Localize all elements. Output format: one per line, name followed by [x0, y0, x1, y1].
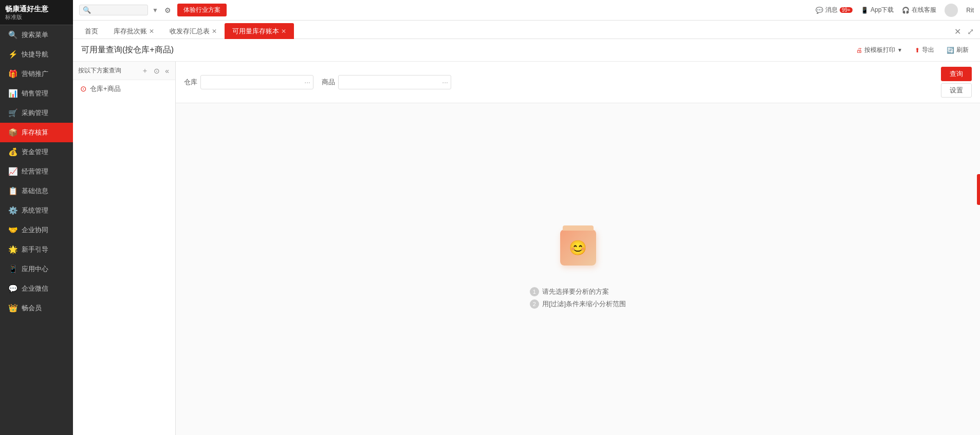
filter-panel-title: 按以下方案查询 — [78, 66, 137, 75]
sidebar-item-enterprise[interactable]: 🤝 企业协同 — [0, 220, 73, 240]
app-icon: 📱 — [861, 7, 868, 14]
sidebar-item-shortcut[interactable]: ⚡ 快捷导航 — [0, 45, 73, 64]
messages-item[interactable]: 💬 消息 99+ — [816, 6, 853, 14]
query-actions: 查询 设置 — [941, 67, 972, 98]
query-fields: 仓库 ··· 商品 ··· 查询 设置 — [176, 62, 980, 103]
sidebar-item-label: 搜索菜单 — [22, 30, 48, 40]
right-scroll-handle[interactable] — [977, 174, 980, 205]
sidebar-item-apps[interactable]: 📱 应用中心 — [0, 259, 73, 279]
tab-batch[interactable]: 库存批次账 ✕ — [106, 23, 162, 39]
sidebar-nav: 🔍 搜索菜单 ⚡ 快捷导航 🎁 营销推广 📊 销售管理 🛒 采购管理 📦 库存核… — [0, 25, 73, 435]
newbie-icon: 🌟 — [8, 245, 17, 254]
marketing-icon: 🎁 — [8, 69, 17, 79]
topbar-search-input[interactable] — [93, 7, 144, 14]
sidebar-item-label: 系统管理 — [22, 206, 48, 215]
sidebar-item-member[interactable]: 👑 畅会员 — [0, 298, 73, 318]
sidebar-item-label: 基础信息 — [22, 186, 48, 196]
print-label: 按模板打印 — [864, 46, 895, 54]
close-all-tabs-button[interactable]: ✕ — [950, 25, 965, 39]
settings-scheme-button[interactable]: ⊙ — [153, 66, 161, 76]
warehouse-goods-icon: ⊙ — [80, 84, 87, 93]
sidebar-item-inventory[interactable]: 📦 库存核算 — [0, 123, 73, 142]
chevron-down-icon: ▼ — [897, 47, 902, 53]
sidebar-item-label: 库存核算 — [22, 128, 48, 137]
tab-summary-close[interactable]: ✕ — [212, 28, 217, 34]
sidebar-item-sales[interactable]: 📊 销售管理 — [0, 84, 73, 103]
refresh-button[interactable]: 🔄 刷新 — [944, 44, 972, 56]
app-name: 畅康通好生意 — [5, 4, 68, 13]
filter-item-warehouse-goods[interactable]: ⊙ 仓库+商品 — [73, 80, 175, 98]
shortcut-icon: ⚡ — [8, 50, 17, 59]
settings-icon[interactable]: ⚙ — [162, 4, 173, 16]
goods-input-wrap: ··· — [338, 75, 451, 89]
sidebar-item-system[interactable]: ⚙️ 系统管理 — [0, 201, 73, 220]
query-button[interactable]: 查询 — [941, 67, 972, 81]
warehouse-field-group: 仓库 ··· — [184, 75, 313, 89]
headset-icon: 🎧 — [902, 7, 910, 14]
print-button[interactable]: 🖨 按模板打印 ▼ — [853, 44, 905, 56]
sidebar-item-marketing[interactable]: 🎁 营销推广 — [0, 64, 73, 84]
app-download-item[interactable]: 📱 App下载 — [861, 6, 894, 14]
settings-button[interactable]: 设置 — [941, 83, 972, 98]
sidebar-item-label: 采购管理 — [22, 108, 48, 118]
empty-state: 😊 1 请先选择要分析的方案 2 用[过滤]条件来缩小分析范围 — [176, 103, 980, 435]
wechat-icon: 💬 — [8, 284, 17, 293]
close-icon: ✕ — [954, 27, 961, 36]
sidebar-item-finance[interactable]: 💰 资金管理 — [0, 142, 73, 162]
page-title: 可用量查询(按仓库+商品) — [81, 45, 853, 55]
online-service-item[interactable]: 🎧 在线客服 — [902, 6, 936, 14]
empty-face-icon: 😊 — [569, 239, 587, 256]
sidebar-item-label: 经营管理 — [22, 167, 48, 176]
page-actions: 🖨 按模板打印 ▼ ⬆ 导出 🔄 刷新 — [853, 44, 972, 56]
export-label: 导出 — [922, 46, 934, 54]
topbar: 🔍 ▼ ⚙ 体验行业方案 💬 消息 99+ 📱 App下载 🎧 在线客服 Rit — [73, 0, 980, 21]
warehouse-input-wrap: ··· — [200, 75, 313, 89]
topbar-search-wrap[interactable]: 🔍 — [79, 5, 148, 15]
messages-label: 消息 — [825, 6, 838, 14]
page-header: 可用量查询(按仓库+商品) 🖨 按模板打印 ▼ ⬆ 导出 🔄 刷新 — [73, 39, 980, 62]
sidebar-item-label: 企业协同 — [22, 225, 48, 235]
query-area: 仓库 ··· 商品 ··· 查询 设置 — [176, 62, 980, 435]
resize-button[interactable]: ⤢ — [965, 25, 976, 39]
service-label: 在线客服 — [912, 6, 936, 14]
tab-available-close[interactable]: ✕ — [281, 28, 286, 34]
empty-box-graphic: 😊 — [560, 230, 596, 266]
sidebar-item-purchase[interactable]: 🛒 采购管理 — [0, 103, 73, 123]
tab-summary[interactable]: 收发存汇总表 ✕ — [162, 23, 225, 39]
search-icon: 🔍 — [8, 30, 17, 40]
sidebar-item-basic[interactable]: 📋 基础信息 — [0, 181, 73, 201]
tab-home-label: 首页 — [85, 27, 98, 36]
goods-input[interactable] — [338, 75, 451, 89]
search-icon: 🔍 — [83, 6, 91, 14]
empty-tips: 1 请先选择要分析的方案 2 用[过滤]条件来缩小分析范围 — [530, 287, 626, 309]
export-icon: ⬆ — [915, 47, 920, 54]
warehouse-dots-button[interactable]: ··· — [304, 78, 310, 86]
member-icon: 👑 — [8, 304, 17, 313]
collapse-panel-button[interactable]: « — [164, 66, 170, 76]
goods-dots-button[interactable]: ··· — [442, 78, 448, 86]
tab-available[interactable]: 可用量库存账本 ✕ — [225, 23, 294, 39]
tip-number-1: 1 — [530, 287, 539, 296]
add-scheme-button[interactable]: ＋ — [140, 65, 150, 77]
sidebar-item-wechat[interactable]: 💬 企业微信 — [0, 279, 73, 298]
tab-batch-close[interactable]: ✕ — [149, 28, 154, 34]
sidebar-item-operations[interactable]: 📈 经营管理 — [0, 162, 73, 181]
sidebar-item-newbie[interactable]: 🌟 新手引导 — [0, 240, 73, 259]
goods-label: 商品 — [322, 78, 335, 87]
empty-tip-1: 1 请先选择要分析的方案 — [530, 287, 626, 296]
warehouse-input[interactable] — [200, 75, 313, 89]
filter-item-label: 仓库+商品 — [90, 84, 121, 93]
tab-summary-label: 收发存汇总表 — [170, 27, 210, 36]
export-button[interactable]: ⬆ 导出 — [912, 44, 937, 56]
enterprise-icon: 🤝 — [8, 225, 17, 235]
tab-home[interactable]: 首页 — [77, 23, 106, 39]
trial-button[interactable]: 体验行业方案 — [177, 4, 227, 16]
content-area: 按以下方案查询 ＋ ⊙ « ⊙ 仓库+商品 仓库 ··· — [73, 62, 980, 435]
filter-panel: 按以下方案查询 ＋ ⊙ « ⊙ 仓库+商品 — [73, 62, 176, 435]
expand-icon: ⤢ — [967, 27, 974, 36]
topbar-right: 💬 消息 99+ 📱 App下载 🎧 在线客服 Rit — [816, 4, 974, 17]
username-label: Rit — [966, 7, 974, 14]
chevron-down-icon[interactable]: ▼ — [152, 7, 158, 14]
user-avatar[interactable] — [945, 4, 958, 17]
sidebar-item-search[interactable]: 🔍 搜索菜单 — [0, 25, 73, 45]
